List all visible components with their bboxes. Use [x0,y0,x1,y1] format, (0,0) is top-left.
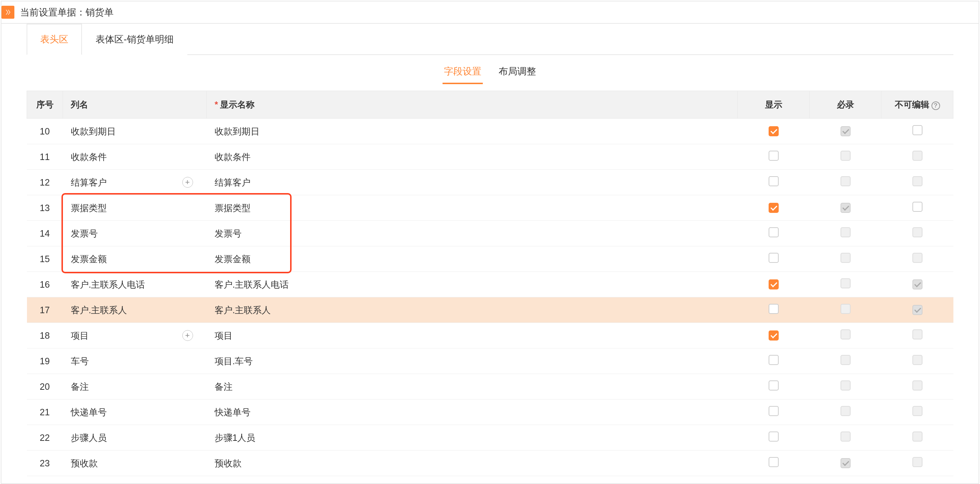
table-row[interactable]: 11收款条件收款条件 [27,144,953,170]
row-colname: 快递单号 [63,400,207,425]
show-checkbox[interactable] [768,355,779,365]
row-show-cell [738,119,810,144]
row-show-cell [738,323,810,349]
row-display-name[interactable]: 发票号 [207,221,738,246]
show-checkbox[interactable] [768,151,779,161]
table-row[interactable]: 14发票号发票号 [27,221,953,246]
table-row[interactable]: 22步骤人员步骤1人员 [27,425,953,451]
col-seq: 序号 [27,91,63,119]
area-tab-0[interactable]: 表头区 [27,24,82,55]
show-checkbox[interactable] [768,126,779,136]
required-checkbox [840,176,851,186]
table-row[interactable]: 23预收款预收款 [27,451,953,476]
area-tab-1[interactable]: 表体区-销货单明细 [82,24,187,55]
show-checkbox[interactable] [768,176,779,186]
row-seq: 15 [27,246,63,272]
row-show-cell [738,170,810,195]
field-table: 序号 列名 *显示名称 显示 必录 不可编辑? 10收款到期日收款到期日11收款… [27,91,953,476]
row-colname: 步骤人员 [63,425,207,451]
row-display-name[interactable]: 备注 [207,374,738,400]
row-required-cell [810,221,881,246]
table-row[interactable]: 17客户.主联系人客户.主联系人 [27,298,953,323]
row-seq: 18 [27,323,63,349]
row-required-cell [810,374,881,400]
row-show-cell [738,400,810,425]
colname-text: 步骤人员 [71,432,107,444]
table-row[interactable]: 15发票金额发票金额 [27,246,953,272]
colname-text: 客户.主联系人电话 [71,279,145,291]
expand-toggle-button[interactable] [2,6,14,19]
readonly-checkbox [912,253,923,263]
table-row[interactable]: 10收款到期日收款到期日 [27,119,953,144]
row-display-name[interactable]: 客户.主联系人 [207,298,738,323]
row-seq: 23 [27,451,63,476]
sub-tab-1[interactable]: 布局调整 [497,65,538,84]
show-checkbox[interactable] [768,406,779,416]
table-row[interactable]: 18项目+项目 [27,323,953,349]
row-readonly-cell [881,298,953,323]
col-show: 显示 [738,91,810,119]
table-row[interactable]: 20备注备注 [27,374,953,400]
sub-tab-0[interactable]: 字段设置 [442,65,483,84]
table-row[interactable]: 19车号项目.车号 [27,349,953,374]
row-display-name[interactable]: 票据类型 [207,195,738,221]
readonly-checkbox [912,431,923,441]
add-subfield-button[interactable]: + [182,330,193,341]
row-required-cell [810,246,881,272]
row-display-name[interactable]: 项目 [207,323,738,349]
required-checkbox [840,253,851,263]
row-seq: 22 [27,425,63,451]
show-checkbox[interactable] [768,304,779,314]
required-checkbox [840,355,851,365]
row-display-name[interactable]: 客户.主联系人电话 [207,272,738,298]
row-display-name[interactable]: 预收款 [207,451,738,476]
row-readonly-cell [881,170,953,195]
row-required-cell [810,349,881,374]
row-display-name[interactable]: 项目.车号 [207,349,738,374]
show-checkbox[interactable] [768,253,779,263]
row-colname: 车号 [63,349,207,374]
readonly-checkbox [912,381,923,390]
readonly-checkbox[interactable] [912,125,923,135]
colname-text: 客户.主联系人 [71,304,127,316]
show-checkbox[interactable] [768,279,779,290]
add-subfield-button[interactable]: + [182,177,193,188]
row-display-name[interactable]: 结算客户 [207,170,738,195]
show-checkbox[interactable] [768,381,779,390]
readonly-checkbox [912,176,923,186]
row-display-name[interactable]: 收款到期日 [207,119,738,144]
required-checkbox [840,458,851,468]
help-icon[interactable]: ? [931,101,940,110]
row-display-name[interactable]: 收款条件 [207,144,738,170]
show-checkbox[interactable] [768,330,779,341]
readonly-checkbox [912,330,923,339]
colname-text: 结算客户 [71,177,107,188]
header-bar: 当前设置单据：销货单 [2,2,978,24]
readonly-checkbox [912,406,923,416]
row-show-cell [738,451,810,476]
table-row[interactable]: 21快递单号快递单号 [27,400,953,425]
row-readonly-cell [881,144,953,170]
row-colname: 结算客户+ [63,170,207,195]
show-checkbox[interactable] [768,431,779,441]
row-show-cell [738,425,810,451]
readonly-checkbox [912,151,923,161]
row-display-name[interactable]: 发票金额 [207,246,738,272]
row-readonly-cell [881,349,953,374]
row-readonly-cell [881,425,953,451]
row-readonly-cell [881,195,953,221]
row-display-name[interactable]: 步骤1人员 [207,425,738,451]
table-row[interactable]: 12结算客户+结算客户 [27,170,953,195]
required-checkbox [840,330,851,339]
readonly-checkbox [912,305,923,315]
show-checkbox[interactable] [768,203,779,213]
row-seq: 17 [27,298,63,323]
show-checkbox[interactable] [768,457,779,467]
row-show-cell [738,221,810,246]
row-colname: 收款到期日 [63,119,207,144]
readonly-checkbox[interactable] [912,202,923,212]
show-checkbox[interactable] [768,227,779,237]
table-row[interactable]: 13票据类型票据类型 [27,195,953,221]
table-row[interactable]: 16客户.主联系人电话客户.主联系人电话 [27,272,953,298]
row-display-name[interactable]: 快递单号 [207,400,738,425]
